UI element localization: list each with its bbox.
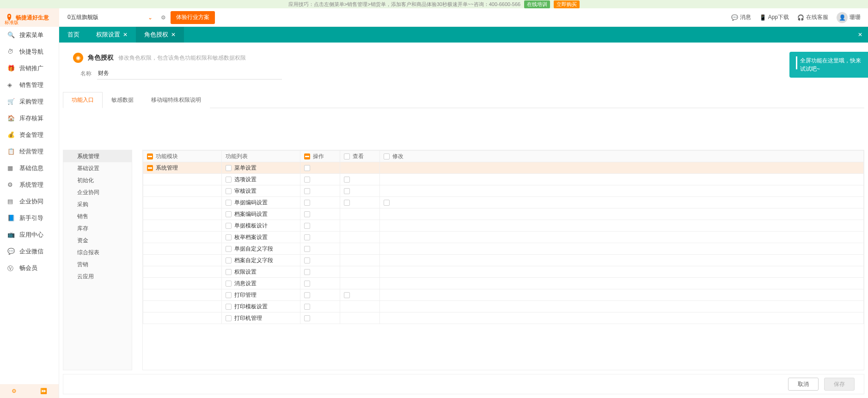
promo-text: 应用技巧：点击左侧菜单>销售管理>销货单，添加客户和商品体验30秒极速开单~~咨…	[288, 1, 520, 8]
promo-train-button[interactable]: 在线培训	[524, 0, 550, 8]
promo-bar: 应用技巧：点击左侧菜单>销售管理>销货单，添加客户和商品体验30秒极速开单~~咨…	[0, 0, 868, 8]
promo-buy-button[interactable]: 立即购买	[554, 0, 580, 8]
